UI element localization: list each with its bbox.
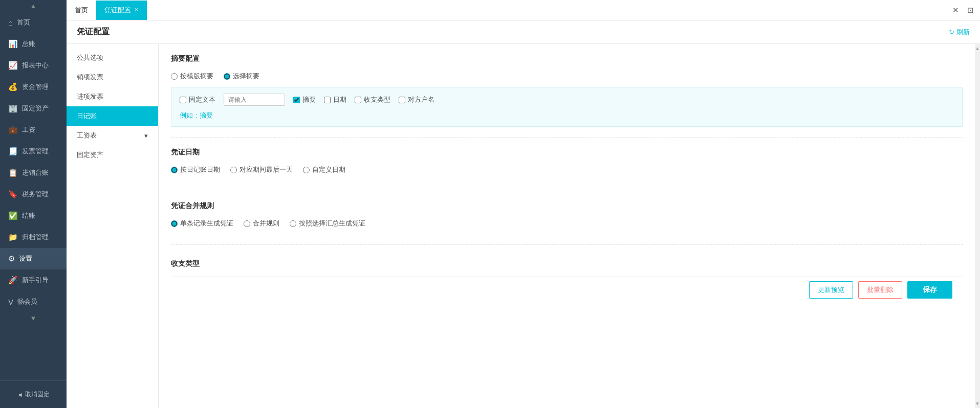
left-nav-label: 固定资产 [77, 150, 103, 160]
voucher-date-title: 凭证日期 [171, 148, 963, 157]
left-nav-fixed-assets[interactable]: 固定资产 [67, 145, 158, 165]
sidebar-item-payroll[interactable]: 💼 工资 [0, 119, 67, 141]
income-expense-checkbox[interactable]: 收支类型 [355, 95, 390, 104]
fixed-text-checkbox[interactable]: 固定文本 [180, 95, 215, 104]
custom-date-radio[interactable]: 自定义日期 [303, 165, 345, 174]
left-nav-journal[interactable]: 日记账 [67, 106, 158, 126]
save-button[interactable]: 保存 [907, 281, 952, 299]
summary-config-section: 摘要配置 按模版摘要 选择摘要 固定文本 [171, 54, 963, 138]
building-icon: 🏢 [8, 104, 18, 113]
tab-bar-actions: ✕ ⊡ [950, 4, 980, 17]
batch-delete-button[interactable]: 批量删除 [858, 281, 902, 299]
window-close-button[interactable]: ✕ [950, 4, 961, 17]
sidebar-item-label: 总账 [22, 39, 35, 49]
sidebar-item-label: 固定资产 [22, 104, 49, 113]
sidebar-item-archive[interactable]: 📁 归档管理 [0, 226, 67, 248]
page-title: 凭证配置 [77, 27, 110, 37]
date-label: 日期 [333, 95, 346, 104]
sidebar-item-general-ledger[interactable]: 📊 总账 [0, 33, 67, 55]
update-preview-button[interactable]: 更新预览 [809, 281, 853, 299]
sidebar-item-label: 进销台账 [22, 168, 49, 177]
summary-checkbox-group: 固定文本 摘要 日期 收支类型 [180, 94, 954, 106]
sidebar: ▲ ⌂ 首页 📊 总账 📈 报表中心 💰 资金管理 🏢 固定资产 💼 工资 🧾 … [0, 0, 67, 408]
refresh-icon: ↻ [949, 28, 954, 36]
sidebar-item-vip[interactable]: V 畅会员 [0, 291, 67, 312]
settlement-icon: ✅ [8, 211, 18, 220]
income-expense-input[interactable] [355, 97, 361, 103]
last-day-radio[interactable]: 对应期间最后一天 [230, 165, 293, 174]
left-nav-label: 工资表 [77, 131, 97, 140]
summary-checkbox[interactable]: 摘要 [293, 95, 316, 104]
select-summary-input[interactable] [224, 73, 230, 80]
merge-rules-radio[interactable]: 合并规则 [244, 219, 279, 228]
sidebar-item-fund[interactable]: 💰 资金管理 [0, 76, 67, 98]
left-nav-payroll-table[interactable]: 工资表 ▾ [67, 126, 158, 145]
window-restore-button[interactable]: ⊡ [965, 4, 976, 17]
sidebar-item-label: 资金管理 [22, 82, 49, 92]
cancel-fixed-label: 取消固定 [25, 390, 50, 399]
income-expense-section-title: 收支类型 [171, 259, 963, 268]
single-record-label: 单条记录生成凭证 [180, 219, 233, 228]
refresh-button[interactable]: ↻ 刷新 [949, 28, 970, 37]
sidebar-item-guide[interactable]: 🚀 新手引导 [0, 269, 67, 291]
sidebar-item-home[interactable]: ⌂ 首页 [0, 12, 67, 33]
counterpart-input[interactable] [399, 97, 405, 103]
sidebar-item-fixed-assets[interactable]: 🏢 固定资产 [0, 98, 67, 119]
left-nav-label: 进项发票 [77, 92, 103, 101]
sidebar-item-invoice[interactable]: 🧾 发票管理 [0, 141, 67, 162]
content-area: 公共选项 销项发票 进项发票 日记账 工资表 ▾ 固定资产 摘要配置 [67, 44, 980, 408]
single-record-input[interactable] [171, 220, 178, 227]
counterpart-label: 对方户名 [408, 95, 434, 104]
fixed-text-field[interactable] [224, 94, 285, 106]
sidebar-item-label: 工资 [22, 125, 35, 134]
voucher-date-radio-group: 按日记账日期 对应期间最后一天 自定义日期 [171, 165, 963, 174]
left-nav-sales-invoice[interactable]: 销项发票 [67, 67, 158, 87]
sidebar-item-label: 畅会员 [17, 297, 37, 306]
sidebar-scroll-down[interactable]: ▼ [0, 312, 67, 324]
ledger-icon: 📋 [8, 168, 18, 177]
cancel-fixed-button[interactable]: ◄ 取消固定 [0, 385, 67, 404]
main-area: 首页 凭证配置 ✕ ✕ ⊡ 凭证配置 ↻ 刷新 公共选项 销项发票 进 [67, 0, 980, 408]
single-record-radio[interactable]: 单条记录生成凭证 [171, 219, 233, 228]
counterpart-checkbox[interactable]: 对方户名 [399, 95, 434, 104]
merge-rules-input[interactable] [244, 220, 250, 227]
sidebar-item-settlement[interactable]: ✅ 结账 [0, 205, 67, 226]
invoice-icon: 🧾 [8, 147, 18, 156]
by-journal-date-input[interactable] [171, 167, 178, 173]
tab-voucher-config[interactable]: 凭证配置 ✕ [96, 1, 147, 20]
summary-input[interactable] [293, 97, 300, 103]
fixed-text-input[interactable] [180, 97, 186, 103]
merge-rules-label: 合并规则 [253, 219, 279, 228]
select-summary-radio[interactable]: 选择摘要 [224, 72, 259, 81]
template-summary-input[interactable] [171, 73, 178, 80]
custom-date-input[interactable] [303, 167, 310, 173]
page-header: 凭证配置 ↻ 刷新 [67, 20, 980, 44]
date-checkbox[interactable]: 日期 [324, 95, 346, 104]
sidebar-item-purchase-sales[interactable]: 📋 进销台账 [0, 162, 67, 184]
left-nav: 公共选项 销项发票 进项发票 日记账 工资表 ▾ 固定资产 [67, 44, 159, 408]
home-icon: ⌂ [8, 18, 13, 27]
income-expense-label: 收支类型 [364, 95, 390, 104]
tab-close-icon[interactable]: ✕ [134, 7, 139, 13]
sidebar-item-settings[interactable]: ⚙ 设置 [0, 248, 67, 269]
last-day-input[interactable] [230, 167, 237, 173]
left-nav-purchase-invoice[interactable]: 进项发票 [67, 87, 158, 106]
bottom-action-bar: 更新预览 批量删除 保存 [171, 277, 963, 303]
example-text: 例如：摘要 [180, 111, 213, 119]
by-selection-input[interactable] [290, 220, 296, 227]
sidebar-item-label: 结账 [22, 211, 35, 220]
sidebar-item-label: 归档管理 [22, 233, 49, 242]
template-summary-radio[interactable]: 按模版摘要 [171, 72, 213, 81]
sidebar-item-report-center[interactable]: 📈 报表中心 [0, 55, 67, 76]
date-input[interactable] [324, 97, 331, 103]
refresh-label: 刷新 [956, 28, 970, 37]
sidebar-item-tax[interactable]: 🔖 税务管理 [0, 184, 67, 205]
sidebar-scroll-up[interactable]: ▲ [0, 0, 67, 12]
vip-icon: V [8, 298, 13, 306]
by-selection-radio[interactable]: 按照选择汇总生成凭证 [290, 219, 365, 228]
left-nav-public-options[interactable]: 公共选项 [67, 48, 158, 67]
left-nav-label: 销项发票 [77, 73, 103, 82]
left-nav-label: 日记账 [77, 111, 97, 121]
by-journal-date-radio[interactable]: 按日记账日期 [171, 165, 220, 174]
tab-home[interactable]: 首页 [67, 1, 96, 20]
